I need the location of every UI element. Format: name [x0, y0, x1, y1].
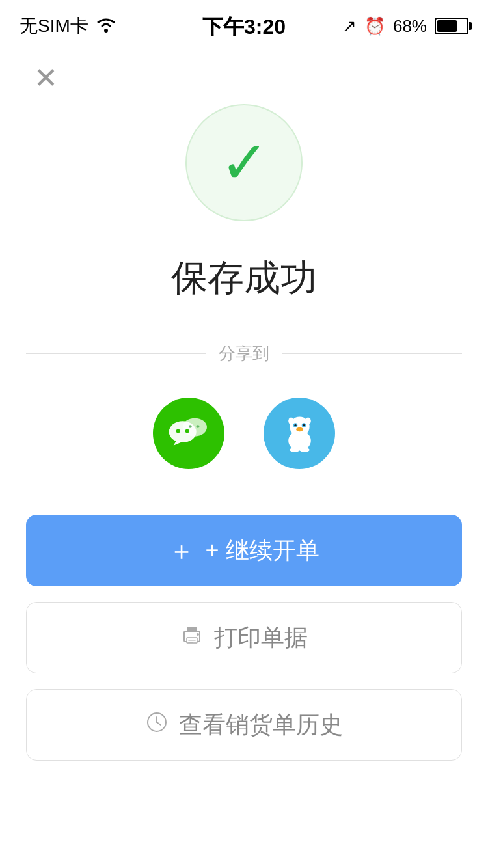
- svg-rect-22: [188, 642, 193, 643]
- wifi-icon: [95, 16, 117, 37]
- continue-button[interactable]: ＋ + 继续开单: [26, 515, 462, 586]
- svg-point-10: [305, 417, 311, 424]
- wechat-share-button[interactable]: [153, 398, 224, 469]
- svg-point-23: [197, 633, 199, 636]
- qq-share-button[interactable]: [264, 398, 335, 469]
- share-icons: [26, 398, 462, 469]
- svg-point-13: [294, 424, 296, 426]
- svg-point-6: [197, 425, 200, 428]
- svg-point-4: [185, 429, 189, 433]
- action-buttons: ＋ + 继续开单 打印单据: [0, 515, 488, 761]
- history-label: 查看销货单历史: [179, 709, 343, 741]
- battery-icon: [435, 18, 468, 34]
- location-icon: ↗: [342, 16, 357, 36]
- svg-point-14: [303, 424, 305, 426]
- success-circle: ✓: [185, 104, 303, 221]
- close-icon: ✕: [34, 64, 58, 92]
- svg-point-15: [296, 427, 303, 431]
- share-divider: 分享到: [26, 342, 462, 365]
- status-carrier: 无SIM卡: [20, 14, 117, 38]
- qq-icon: [278, 413, 321, 455]
- svg-point-3: [176, 429, 180, 433]
- continue-label: + 继续开单: [205, 535, 319, 567]
- svg-point-8: [288, 431, 311, 450]
- svg-point-16: [290, 448, 299, 452]
- success-title: 保存成功: [171, 254, 317, 303]
- print-label: 打印单据: [214, 622, 308, 654]
- status-indicators: ↗ ⏰ 68%: [342, 16, 468, 36]
- svg-point-9: [288, 417, 294, 424]
- wechat-icon: [166, 411, 211, 456]
- history-icon: [145, 711, 169, 740]
- svg-rect-19: [187, 627, 197, 632]
- divider-left: [26, 353, 206, 354]
- svg-point-5: [189, 425, 192, 428]
- plus-icon: ＋: [169, 533, 195, 569]
- checkmark-icon: ✓: [220, 133, 269, 192]
- status-time: 下午3:20: [202, 13, 286, 42]
- svg-rect-21: [188, 640, 196, 641]
- alarm-icon: ⏰: [364, 16, 385, 36]
- close-button[interactable]: ✕: [26, 59, 65, 98]
- svg-point-17: [299, 448, 309, 452]
- svg-point-0: [104, 29, 108, 33]
- share-label: 分享到: [219, 342, 269, 365]
- main-content: ✓ 保存成功 分享到: [0, 52, 488, 761]
- status-bar: 无SIM卡 下午3:20 ↗ ⏰ 68%: [0, 0, 488, 52]
- print-button[interactable]: 打印单据: [26, 602, 462, 673]
- history-button[interactable]: 查看销货单历史: [26, 689, 462, 761]
- carrier-text: 无SIM卡: [20, 14, 88, 38]
- divider-right: [282, 353, 462, 354]
- print-icon: [180, 623, 204, 653]
- share-section: 分享到: [0, 342, 488, 469]
- svg-point-2: [183, 418, 207, 437]
- svg-line-26: [157, 722, 161, 725]
- battery-percent: 68%: [393, 16, 427, 36]
